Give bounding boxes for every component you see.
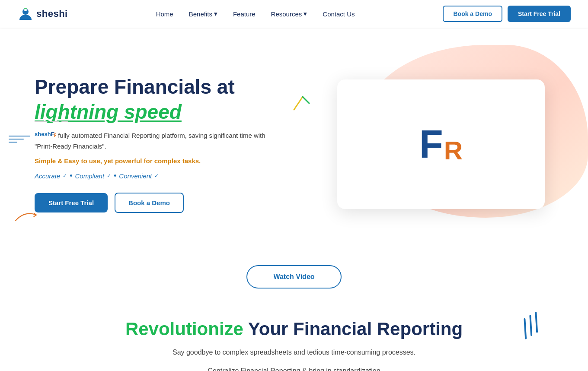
hero-card-r: R [444,138,463,164]
hero-product-card: F R [337,79,545,209]
revolutionize-section: Revolutionize Your Financial Reporting S… [0,310,588,371]
svg-line-5 [294,97,303,110]
deco-line-2 [9,139,24,140]
badge-convenient: Convenient [119,172,152,180]
rev-title-rest: Your Financial Reporting [248,319,463,339]
nav-resources[interactable]: Resources ▾ [271,10,307,18]
hero-left: Prepare Financials at lightning speed sh… [35,76,277,213]
nav-actions: Book a Demo Start Free Trial [443,6,571,22]
badge-compliant: Compliant [75,172,105,180]
logo-text: sheshi [36,8,68,19]
deco-line-1 [9,136,30,136]
hero-desc: sheshi F R fully automated Financial Rep… [35,130,277,152]
deco-arrow [12,208,40,228]
check-icon-3: ✓ [154,173,159,179]
logo[interactable]: sheshi [17,6,68,22]
dot-1: • [70,171,72,181]
check-icon-2: ✓ [107,173,111,179]
nav-contact[interactable]: Contact Us [323,10,355,18]
nav-links: Home Benefits ▾ Feature Resources ▾ Cont… [156,10,355,18]
hero-start-trial-button[interactable]: Start Free Trial [35,193,108,212]
watch-video-button[interactable]: Watch Video [246,265,341,289]
rev-subtitle-2: Centralize Financial Reporting & bring i… [35,365,553,371]
rev-title: Revolutionize Your Financial Reporting [35,319,553,339]
hero-book-demo-button[interactable]: Book a Demo [115,193,184,213]
watch-section: Watch Video [0,252,588,310]
nav-benefits[interactable]: Benefits ▾ [189,10,217,18]
logo-icon [17,6,34,22]
nav-home[interactable]: Home [156,10,173,18]
hero-title-line2: lightning speed [35,100,277,124]
svg-line-6 [303,97,309,103]
hero-card-logo: F R [419,125,463,164]
hero-brand: sheshi F R [35,130,56,138]
badge-accurate: Accurate [35,172,60,180]
nav-book-demo-button[interactable]: Book a Demo [443,6,502,22]
deco-marks-svg [290,92,311,114]
svg-text:sheshi: sheshi [35,131,52,137]
hero-card-f: F [419,125,443,164]
deco-line-3 [9,142,17,143]
rev-title-green: Revolutionize [125,319,243,339]
hero-title-line1: Prepare Financials at [35,76,277,98]
svg-text:R: R [54,133,56,138]
navbar: sheshi Home Benefits ▾ Feature Resources… [0,0,588,28]
hero-cta-row: Start Free Trial Book a Demo [35,193,277,213]
hero-right: F R [277,79,553,209]
brand-logo-small: sheshi F R [35,130,56,138]
rev-subtitle-1: Say goodbye to complex spreadsheets and … [35,346,553,358]
nav-feature[interactable]: Feature [233,10,256,18]
deco-marks [290,92,311,116]
hero-section: Prepare Financials at lightning speed sh… [0,28,588,252]
check-icon-1: ✓ [63,173,67,179]
chevron-down-icon-2: ▾ [304,10,307,18]
deco-lines [9,136,30,143]
nav-start-trial-button[interactable]: Start Free Trial [508,6,571,22]
chevron-down-icon: ▾ [214,10,217,18]
dot-2: • [114,171,116,181]
hero-tagline: Simple & Easy to use, yet powerful for c… [35,157,277,165]
hero-badges: Accurate ✓ • Compliant ✓ • Convenient ✓ [35,171,277,181]
